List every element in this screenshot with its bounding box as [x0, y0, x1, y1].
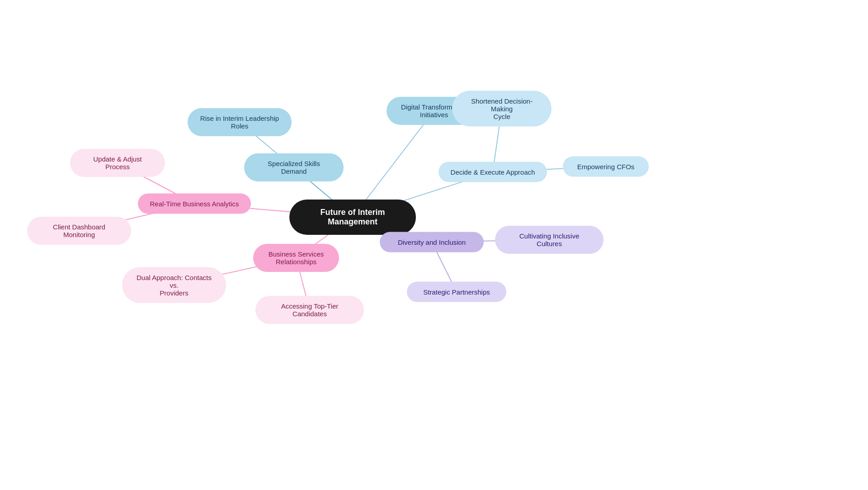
node-update-adjust[interactable]: Update & Adjust Process [70, 149, 165, 177]
node-real-time-analytics[interactable]: Real-Time Business Analytics [138, 194, 251, 214]
node-accessing-top[interactable]: Accessing Top-Tier Candidates [255, 296, 364, 324]
node-empowering-cfos[interactable]: Empowering CFOs [563, 157, 649, 177]
node-shortened-decision[interactable]: Shortened Decision-MakingCycle [452, 91, 552, 127]
node-diversity-inclusion[interactable]: Diversity and Inclusion [380, 232, 484, 252]
node-client-dashboard[interactable]: Client Dashboard Monitoring [27, 217, 131, 245]
node-business-services[interactable]: Business ServicesRelationships [253, 244, 339, 272]
node-cultivating-inclusive[interactable]: Cultivating Inclusive Cultures [495, 226, 604, 254]
center-node[interactable]: Future of Interim Management [289, 200, 416, 235]
node-specialized-skills[interactable]: Specialized Skills Demand [244, 153, 344, 181]
node-strategic-partnerships[interactable]: Strategic Partnerships [407, 282, 506, 302]
mindmap-container: Future of Interim ManagementDigital Tran… [0, 0, 868, 490]
node-rise-interim[interactable]: Rise in Interim Leadership Roles [188, 108, 292, 136]
node-dual-approach[interactable]: Dual Approach: Contacts vs.Providers [122, 267, 226, 303]
node-decide-execute[interactable]: Decide & Execute Approach [439, 162, 547, 182]
